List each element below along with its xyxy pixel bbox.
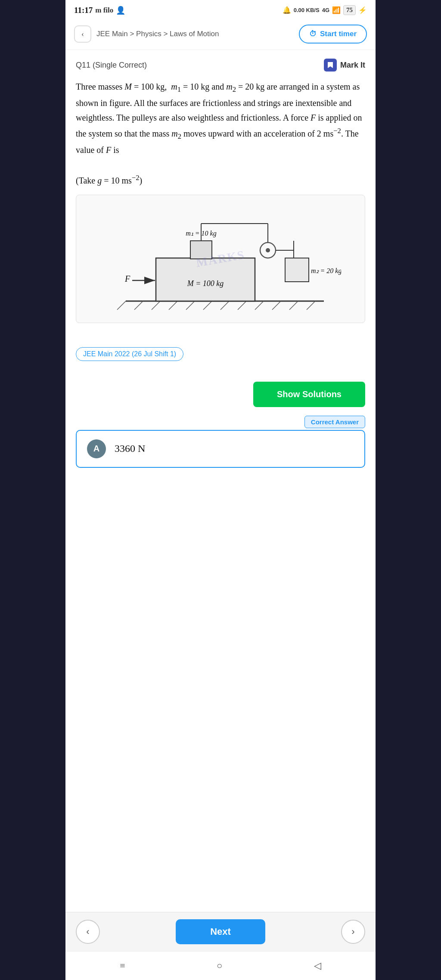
svg-line-5 — [169, 301, 177, 310]
bookmark-icon — [324, 59, 337, 72]
physics-diagram: M = 100 kg m₁ = 10 kg — [76, 195, 365, 323]
svg-text:M = 100 kg: M = 100 kg — [187, 279, 224, 288]
svg-text:F: F — [124, 274, 130, 283]
signal-label: 4G — [322, 7, 329, 13]
svg-text:m₂ = 20 kg: m₂ = 20 kg — [311, 267, 341, 275]
android-nav-bar: ≡ ○ ◁ — [65, 951, 376, 980]
correct-answer-badge-container: Correct Answer — [76, 416, 365, 428]
svg-line-3 — [134, 301, 143, 310]
answer-value: 3360 N — [115, 443, 145, 454]
answer-card: A 3360 N — [76, 430, 365, 468]
next-circle-button[interactable]: › — [341, 920, 365, 944]
next-button[interactable]: Next — [176, 919, 265, 944]
android-home-icon[interactable]: ○ — [208, 958, 231, 974]
svg-line-13 — [307, 301, 315, 310]
charging-icon: ⚡ — [358, 6, 367, 14]
status-right: 🔔 0.00 KB/S 4G 📶 75 ⚡ — [283, 5, 367, 15]
android-back-icon[interactable]: ◁ — [305, 958, 330, 974]
battery-indicator: 75 — [343, 5, 356, 15]
question-area: Q11 (Single Correct) Mark It Three masse… — [65, 50, 376, 339]
bell-icon: 🔔 — [283, 6, 291, 14]
status-time: 11:17 — [74, 6, 93, 15]
solutions-btn-container: Show Solutions — [65, 382, 376, 407]
exam-tag: JEE Main 2022 (26 Jul Shift 1) — [76, 347, 183, 361]
question-label: Q11 (Single Correct) — [76, 61, 147, 70]
svg-rect-25 — [285, 258, 309, 282]
svg-line-6 — [186, 301, 195, 310]
diagram-svg: M = 100 kg m₁ = 10 kg — [100, 202, 341, 314]
svg-line-4 — [152, 301, 160, 310]
bottom-nav: ‹ Next › — [65, 912, 376, 951]
status-app: m filo — [95, 6, 113, 15]
svg-line-2 — [117, 301, 126, 310]
prev-button[interactable]: ‹ — [76, 920, 100, 944]
timer-icon: ⏱ — [309, 30, 317, 38]
exam-tag-container: JEE Main 2022 (26 Jul Shift 1) — [65, 347, 376, 361]
svg-line-9 — [238, 301, 246, 310]
question-meta: Q11 (Single Correct) Mark It — [76, 59, 365, 72]
back-chevron-icon: ‹ — [81, 30, 84, 39]
breadcrumb: JEE Main > Physics > Laws of Motion — [96, 30, 219, 38]
nav-header: ‹ JEE Main > Physics > Laws of Motion ⏱ … — [65, 19, 376, 50]
user-icon: 👤 — [116, 6, 125, 15]
start-timer-button[interactable]: ⏱ Start timer — [299, 25, 367, 44]
back-button[interactable]: ‹ — [74, 25, 91, 43]
signal-bars-icon: 📶 — [332, 6, 341, 14]
question-text: Three masses M = 100 kg, m1 = 10 kg and … — [76, 79, 365, 188]
svg-rect-16 — [190, 241, 212, 259]
svg-line-7 — [203, 301, 212, 310]
prev-icon: ‹ — [86, 926, 89, 937]
answer-option-circle: A — [87, 439, 106, 458]
status-left: 11:17 m filo 👤 — [74, 6, 125, 15]
correct-answer-badge: Correct Answer — [304, 416, 365, 428]
next-icon: › — [351, 926, 354, 937]
svg-line-12 — [289, 301, 298, 310]
answer-section: Correct Answer A 3360 N — [65, 416, 376, 476]
svg-line-10 — [255, 301, 264, 310]
status-bar: 11:17 m filo 👤 🔔 0.00 KB/S 4G 📶 75 ⚡ — [65, 0, 376, 19]
network-speed: 0.00 KB/S — [294, 7, 320, 13]
svg-line-8 — [220, 301, 229, 310]
android-menu-icon[interactable]: ≡ — [111, 958, 134, 974]
svg-point-19 — [266, 248, 270, 252]
show-solutions-button[interactable]: Show Solutions — [253, 382, 365, 407]
nav-left: ‹ JEE Main > Physics > Laws of Motion — [74, 25, 219, 43]
svg-line-11 — [272, 301, 281, 310]
mark-it-button[interactable]: Mark It — [324, 59, 365, 72]
